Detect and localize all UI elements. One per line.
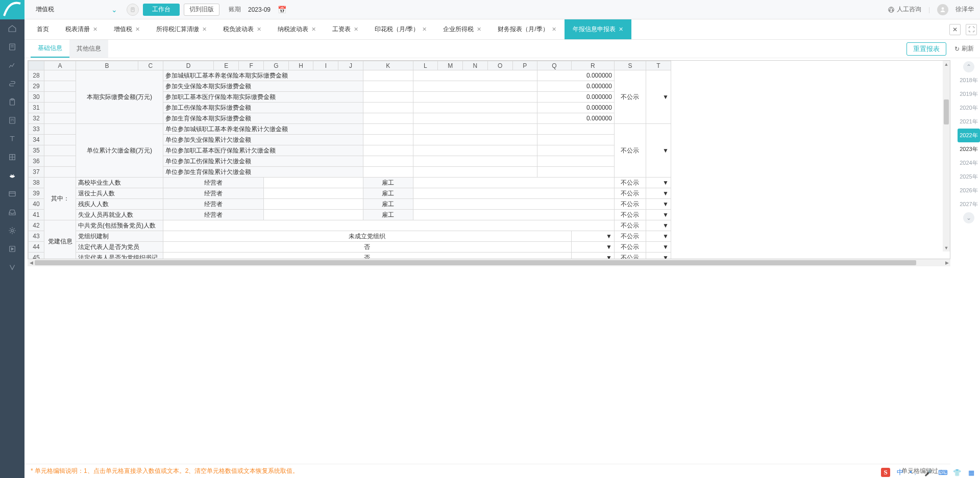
- year-item[interactable]: 2023年: [958, 142, 979, 156]
- cell[interactable]: ▼: [571, 231, 614, 242]
- cell[interactable]: [363, 113, 413, 124]
- cell[interactable]: 雇工: [363, 210, 413, 220]
- nav-home-icon[interactable]: [0, 19, 24, 38]
- year-nav-down-icon[interactable]: ⌄: [963, 212, 974, 223]
- cell[interactable]: ▼: [646, 70, 671, 124]
- cell[interactable]: 不公示: [614, 178, 646, 188]
- cell[interactable]: [363, 124, 413, 135]
- col-header[interactable]: E: [214, 61, 239, 70]
- col-header[interactable]: N: [463, 61, 488, 70]
- refresh-button[interactable]: ↻ 刷新: [954, 44, 974, 53]
- tab-item[interactable]: 增值税✕: [106, 19, 148, 39]
- row-header[interactable]: 37: [29, 167, 44, 178]
- cell[interactable]: ▼: [646, 220, 671, 231]
- row-header[interactable]: 28: [29, 70, 44, 81]
- cell[interactable]: 高校毕业生人数: [76, 178, 163, 188]
- cell[interactable]: [413, 92, 537, 103]
- nav-chart-icon[interactable]: [0, 56, 24, 74]
- cell[interactable]: [263, 210, 363, 220]
- cell[interactable]: 雇工: [363, 199, 413, 210]
- year-nav-up-icon[interactable]: ⌃: [963, 61, 974, 72]
- cell[interactable]: 参加工伤保险本期实际缴费金额: [163, 103, 363, 113]
- consult-link[interactable]: 人工咨询: [888, 5, 921, 14]
- col-header[interactable]: B: [76, 61, 138, 70]
- cell[interactable]: 不公示: [614, 210, 646, 220]
- nav-v-icon[interactable]: [0, 258, 24, 276]
- cell[interactable]: 参加城镇职工基本养老保险本期实际缴费金额: [163, 70, 363, 81]
- tab-item[interactable]: 税负波动表✕: [215, 19, 270, 39]
- tab-close-icon[interactable]: ✕: [257, 26, 261, 33]
- cell[interactable]: 其中：: [44, 178, 76, 220]
- cell[interactable]: ▼: [646, 199, 671, 210]
- close-all-tabs-icon[interactable]: ✕: [949, 24, 961, 35]
- year-item[interactable]: 2019年: [958, 87, 979, 101]
- cell[interactable]: 经营者: [163, 210, 263, 220]
- cell[interactable]: 残疾人人数: [76, 199, 163, 210]
- year-item[interactable]: 2022年: [958, 129, 979, 142]
- tab-item[interactable]: 印花税（月/季）✕: [366, 19, 435, 39]
- tab-close-icon[interactable]: ✕: [202, 26, 207, 33]
- cell[interactable]: [44, 145, 76, 156]
- row-header[interactable]: 45: [29, 253, 44, 259]
- col-header[interactable]: H: [288, 61, 313, 70]
- cell[interactable]: [44, 81, 76, 92]
- tab-close-icon[interactable]: ✕: [477, 26, 481, 33]
- tab-close-icon[interactable]: ✕: [552, 26, 556, 33]
- tab-item[interactable]: 工资表✕: [324, 19, 366, 39]
- cell[interactable]: ▼: [646, 188, 671, 199]
- year-item[interactable]: 2025年: [958, 170, 979, 184]
- cell[interactable]: [363, 103, 413, 113]
- nav-text-icon[interactable]: [0, 130, 24, 148]
- spreadsheet-grid[interactable]: ABCDEFGHIJKLMNOPQRST 28本期实际缴费金额(万元)参加城镇职…: [28, 61, 671, 259]
- col-header[interactable]: J: [338, 61, 363, 70]
- cell[interactable]: 0.000000: [537, 70, 615, 81]
- cell[interactable]: [363, 135, 413, 145]
- col-header[interactable]: P: [512, 61, 537, 70]
- nav-inbox-icon[interactable]: [0, 203, 24, 221]
- cell[interactable]: 本期实际缴费金额(万元): [76, 70, 163, 124]
- col-header[interactable]: A: [44, 61, 76, 70]
- col-header[interactable]: C: [138, 61, 163, 70]
- ime-mic-icon[interactable]: 🎤: [924, 468, 933, 477]
- round-doc-icon[interactable]: [127, 4, 139, 16]
- nav-doc-icon[interactable]: [0, 38, 24, 56]
- cell[interactable]: 0.000000: [537, 103, 615, 113]
- username[interactable]: 徐泽华: [955, 5, 974, 14]
- avatar[interactable]: [937, 4, 948, 15]
- col-header[interactable]: T: [646, 61, 671, 70]
- row-header[interactable]: 44: [29, 242, 44, 253]
- cell[interactable]: 失业人员再就业人数: [76, 210, 163, 220]
- col-header[interactable]: M: [438, 61, 463, 70]
- scroll-left-icon[interactable]: ◀: [28, 259, 35, 266]
- cell[interactable]: [44, 156, 76, 167]
- row-header[interactable]: 39: [29, 188, 44, 199]
- row-header[interactable]: 29: [29, 81, 44, 92]
- cell[interactable]: 不公示: [614, 70, 646, 124]
- cell[interactable]: 单位参加职工基本医疗保险累计欠缴金额: [163, 145, 363, 156]
- col-header[interactable]: D: [163, 61, 214, 70]
- cell[interactable]: 退役士兵人数: [76, 188, 163, 199]
- cell[interactable]: 参加生育保险本期实际缴费金额: [163, 113, 363, 124]
- col-header[interactable]: K: [363, 61, 413, 70]
- cell[interactable]: [413, 113, 537, 124]
- cell[interactable]: 0.000000: [537, 81, 615, 92]
- sub-tab-other[interactable]: 其他信息: [69, 40, 108, 58]
- cell[interactable]: 法定代表人是否为党组织书记: [76, 253, 163, 259]
- cell[interactable]: 经营者: [163, 199, 263, 210]
- cell[interactable]: [537, 145, 615, 156]
- old-version-button[interactable]: 切到旧版: [184, 4, 219, 16]
- row-header[interactable]: 35: [29, 145, 44, 156]
- row-header[interactable]: 33: [29, 124, 44, 135]
- cell[interactable]: [363, 81, 413, 92]
- cell[interactable]: 法定代表人是否为党员: [76, 242, 163, 253]
- tab-item[interactable]: 纳税波动表✕: [270, 19, 324, 39]
- cell[interactable]: 0.000000: [537, 92, 615, 103]
- ime-keyboard-icon[interactable]: ⌨: [938, 468, 947, 477]
- cell[interactable]: [537, 156, 615, 167]
- cell[interactable]: [44, 92, 76, 103]
- cell[interactable]: [413, 145, 537, 156]
- cell[interactable]: ▼: [571, 242, 614, 253]
- tax-type-select[interactable]: 增值税 ⌄: [31, 3, 122, 16]
- nav-grid-icon[interactable]: [0, 148, 24, 166]
- cell[interactable]: [413, 156, 537, 167]
